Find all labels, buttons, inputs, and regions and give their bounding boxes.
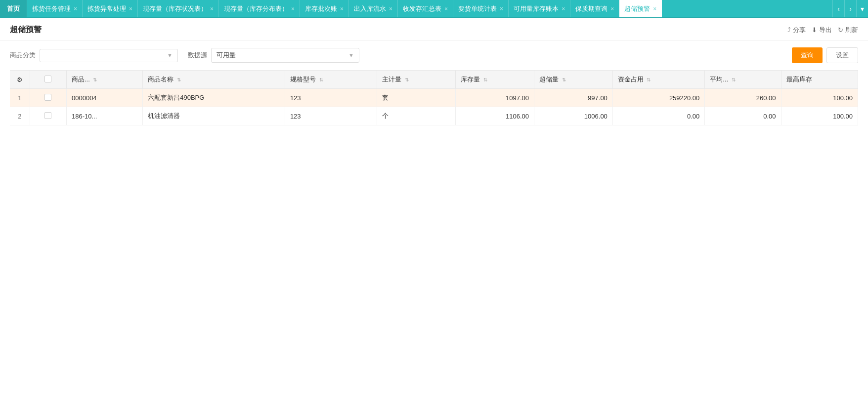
th-stock-qty-label: 库存量 <box>461 76 480 83</box>
settings-icon: ⚙ <box>17 76 23 83</box>
close-icon[interactable]: × <box>562 5 565 12</box>
th-product-code[interactable]: 商品... ⇅ <box>66 71 142 89</box>
cell-product-name: 六配套新昌490BPG <box>143 89 285 107</box>
nav-tab-quality-date[interactable]: 保质期查询 × <box>570 0 619 18</box>
th-capital-used-label: 资金占用 <box>618 76 644 83</box>
th-avg[interactable]: 平均... ⇅ <box>705 71 781 89</box>
th-stock-qty[interactable]: 库存量 ⇅ <box>456 71 534 89</box>
chevron-down-icon: ▼ <box>167 52 173 58</box>
refresh-icon: ↻ <box>838 26 843 34</box>
nav-tab-home[interactable]: 首页 <box>0 0 27 18</box>
row-num: 1 <box>10 89 30 107</box>
table-container: ⚙ 商品... ⇅ 商品名称 ⇅ 规格型号 ⇅ <box>0 70 868 125</box>
nav-tab-stock-batch[interactable]: 库存批次账 × <box>300 0 349 18</box>
nav-tab-stock-status[interactable]: 现存量（库存状况表） × <box>138 0 219 18</box>
close-icon[interactable]: × <box>653 5 656 12</box>
cell-over-qty: 1006.00 <box>534 107 613 125</box>
share-button[interactable]: ⤴ 分享 <box>787 26 806 35</box>
close-icon[interactable]: × <box>210 5 214 12</box>
set-button[interactable]: 设置 <box>826 47 858 63</box>
cell-product-code: 0000004 <box>66 89 142 107</box>
sort-icon: ⇅ <box>319 77 323 82</box>
th-product-name[interactable]: 商品名称 ⇅ <box>143 71 285 89</box>
cell-avg: 0.00 <box>705 107 781 125</box>
nav-tab-task-label: 拣货任务管理 <box>32 4 71 13</box>
share-icon: ⤴ <box>787 26 791 34</box>
th-unit-label: 主计量 <box>382 76 401 83</box>
chevron-down-icon: ▼ <box>348 52 354 58</box>
query-button[interactable]: 查询 <box>792 47 823 63</box>
row-checkbox[interactable] <box>44 112 51 119</box>
nav-tab-stock-dist[interactable]: 现存量（库存分布表） × <box>219 0 300 18</box>
row-checkbox-cell[interactable] <box>30 89 66 107</box>
close-icon[interactable]: × <box>444 5 448 12</box>
cell-capital-used: 259220.00 <box>612 89 704 107</box>
nav-tab-collect-send[interactable]: 收发存汇总表 × <box>398 0 453 18</box>
sort-icon: ⇅ <box>93 77 97 82</box>
page-header: 超储预警 ⤴ 分享 ⬇ 导出 ↻ 刷新 <box>0 18 868 40</box>
sort-icon: ⇅ <box>483 77 487 82</box>
nav-tab-available-stock-label: 可用量库存账本 <box>514 4 559 13</box>
header-actions: ⤴ 分享 ⬇ 导出 ↻ 刷新 <box>787 26 858 35</box>
th-settings[interactable]: ⚙ <box>10 71 30 89</box>
th-product-name-label: 商品名称 <box>148 76 174 83</box>
th-avg-label: 平均... <box>710 76 728 83</box>
close-icon[interactable]: × <box>74 5 77 12</box>
datasource-label: 数据源 <box>188 51 207 60</box>
nav-tab-overstock[interactable]: 超储预警 × <box>619 0 662 18</box>
th-unit[interactable]: 主计量 ⇅ <box>377 71 456 89</box>
close-icon[interactable]: × <box>500 5 503 12</box>
nav-next-button[interactable]: › <box>844 0 856 18</box>
th-capital-used[interactable]: 资金占用 ⇅ <box>612 71 704 89</box>
table-row: 1 0000004 六配套新昌490BPG 123 套 1097.00 997.… <box>10 89 858 107</box>
cell-product-name: 机油滤清器 <box>143 107 285 125</box>
refresh-button[interactable]: ↻ 刷新 <box>838 26 858 35</box>
sort-icon: ⇅ <box>405 77 409 82</box>
nav-tab-available-stock[interactable]: 可用量库存账本 × <box>509 0 570 18</box>
select-all-checkbox[interactable] <box>44 76 51 82</box>
th-max-stock[interactable]: 最高库存 <box>781 71 858 89</box>
cell-avg: 260.00 <box>705 89 781 107</box>
nav-tab-stock-dist-label: 现存量（库存分布表） <box>224 4 288 13</box>
row-checkbox[interactable] <box>44 94 51 101</box>
row-checkbox-cell[interactable] <box>30 107 66 125</box>
category-select[interactable]: ▼ <box>40 49 178 62</box>
th-spec-label: 规格型号 <box>290 76 316 83</box>
category-filter: 商品分类 ▼ <box>10 49 178 62</box>
close-icon[interactable]: × <box>340 5 344 12</box>
share-label: 分享 <box>793 26 806 35</box>
top-nav: 首页 拣货任务管理 × 拣货异常处理 × 现存量（库存状况表） × 现存量（库存… <box>0 0 868 18</box>
sort-icon: ⇅ <box>732 77 736 82</box>
cell-spec: 123 <box>285 107 377 125</box>
nav-tab-stock-status-label: 现存量（库存状况表） <box>143 4 207 13</box>
table-row: 2 186-10... 机油滤清器 123 个 1106.00 1006.00 … <box>10 107 858 125</box>
th-spec[interactable]: 规格型号 ⇅ <box>285 71 377 89</box>
page-title: 超储预警 <box>10 25 42 35</box>
export-button[interactable]: ⬇ 导出 <box>812 26 832 35</box>
export-label: 导出 <box>819 26 832 35</box>
close-icon[interactable]: × <box>291 5 295 12</box>
cell-over-qty: 997.00 <box>534 89 613 107</box>
cell-stock-qty: 1106.00 <box>456 107 534 125</box>
datasource-select[interactable]: 可用量 ▼ <box>211 48 359 63</box>
th-product-code-label: 商品... <box>72 76 90 83</box>
cell-product-code: 186-10... <box>66 107 142 125</box>
cell-spec: 123 <box>285 89 377 107</box>
nav-tab-abnormal[interactable]: 拣货异常处理 × <box>83 0 138 18</box>
nav-tab-task[interactable]: 拣货任务管理 × <box>27 0 83 18</box>
th-max-stock-label: 最高库存 <box>786 76 812 83</box>
datasource-filter: 数据源 可用量 ▼ <box>188 48 359 63</box>
nav-tab-order-stats[interactable]: 要货单统计表 × <box>453 0 509 18</box>
close-icon[interactable]: × <box>389 5 392 12</box>
th-over-qty-label: 超储量 <box>539 76 559 83</box>
close-icon[interactable]: × <box>610 5 614 12</box>
th-over-qty[interactable]: 超储量 ⇅ <box>534 71 613 89</box>
nav-prev-button[interactable]: ‹ <box>832 0 844 18</box>
nav-tab-inout-flow[interactable]: 出入库流水 × <box>349 0 398 18</box>
th-checkbox[interactable] <box>30 71 66 89</box>
cell-unit: 套 <box>377 89 456 107</box>
nav-tab-stock-batch-label: 库存批次账 <box>305 4 337 13</box>
nav-more-button[interactable]: ▾ <box>856 0 868 18</box>
cell-unit: 个 <box>377 107 456 125</box>
close-icon[interactable]: × <box>129 5 132 12</box>
